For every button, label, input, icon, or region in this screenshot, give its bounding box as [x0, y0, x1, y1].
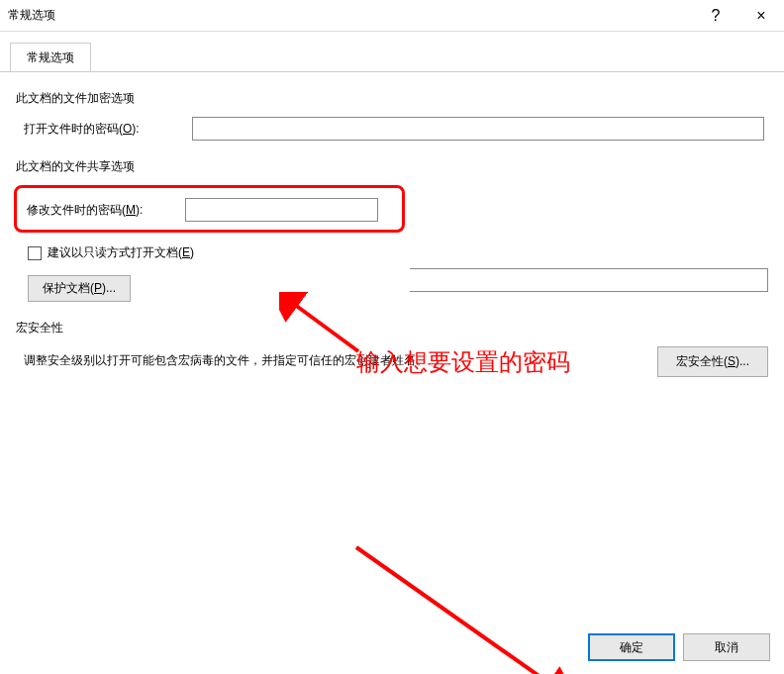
open-password-row: 打开文件时的密码(O):: [16, 117, 768, 141]
open-password-label: 打开文件时的密码(O):: [24, 121, 192, 138]
dialog-content: 此文档的文件加密选项 打开文件时的密码(O): 此文档的文件共享选项 修改文件时…: [0, 71, 784, 626]
sharing-section-title: 此文档的文件共享选项: [16, 158, 768, 175]
annotation-highlight-box: 修改文件时的密码(M):: [14, 185, 405, 233]
tabstrip: 常规选项: [0, 32, 784, 71]
open-password-input[interactable]: [192, 117, 764, 141]
window-title: 常规选项: [8, 7, 55, 24]
help-button[interactable]: ?: [693, 0, 738, 32]
readonly-row: 建议以只读方式打开文档(E): [16, 244, 768, 261]
titlebar-controls: ? ×: [693, 0, 784, 32]
protect-document-button[interactable]: 保护文档(P)...: [28, 275, 131, 302]
tab-general[interactable]: 常规选项: [10, 43, 91, 72]
macro-section-title: 宏安全性: [16, 320, 768, 337]
modify-password-input-continuation[interactable]: [410, 268, 768, 292]
dialog-footer: 确定 取消: [0, 621, 784, 674]
ok-button[interactable]: 确定: [588, 633, 675, 661]
readonly-label: 建议以只读方式打开文档(E): [48, 244, 194, 261]
modify-password-label: 修改文件时的密码(M):: [17, 202, 185, 219]
close-button[interactable]: ×: [738, 0, 784, 32]
titlebar: 常规选项 ? ×: [0, 0, 784, 32]
cancel-button[interactable]: 取消: [683, 633, 770, 661]
readonly-checkbox[interactable]: [28, 246, 42, 260]
modify-password-input[interactable]: [185, 198, 378, 222]
macro-security-button[interactable]: 宏安全性(S)...: [657, 346, 768, 377]
encryption-section-title: 此文档的文件加密选项: [16, 90, 768, 107]
annotation-text: 输入想要设置的密码: [356, 346, 570, 378]
